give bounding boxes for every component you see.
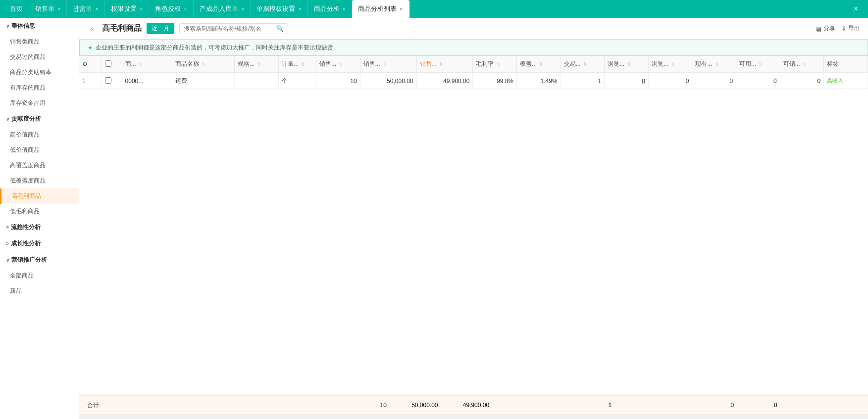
sidebar-group-trend[interactable]: > 流趋性分析 <box>0 219 79 235</box>
sidebar-group-growth[interactable]: > 成长性分析 <box>0 235 79 252</box>
sort-icon[interactable]: ⇅ <box>497 62 501 67</box>
nav-analysis[interactable]: 商品分析 × <box>308 0 352 18</box>
top-nav: 首页 销售单 × 进货单 × 权限设置 × 角色授权 × 产成品入库单 × 单据… <box>0 0 868 18</box>
collapse-sidebar-button[interactable]: « <box>87 24 97 34</box>
cell-unit: 个 <box>279 73 316 89</box>
sidebar-item-sales-goods[interactable]: 销售类商品 <box>0 34 79 49</box>
sort-icon[interactable]: ⇅ <box>257 62 261 67</box>
nav-role[interactable]: 角色授权 × <box>149 0 193 18</box>
sort-icon[interactable]: ⇅ <box>383 62 387 67</box>
horizontal-scrollbar[interactable] <box>79 414 868 419</box>
sidebar-item-traded-goods[interactable]: 交易过的商品 <box>0 49 79 65</box>
sidebar-item-high-value[interactable]: 高价值商品 <box>0 127 79 142</box>
col-header-saleable: 可销... ⇅ <box>780 56 824 73</box>
close-icon[interactable]: × <box>95 6 98 12</box>
col-header-tag: 标签 <box>824 56 868 73</box>
nav-template[interactable]: 单据模板设置 × <box>251 0 307 18</box>
sidebar-item-high-coverage[interactable]: 高覆盖度商品 <box>0 158 79 173</box>
nav-permission[interactable]: 权限设置 × <box>105 0 149 18</box>
sidebar-item-stocked-goods[interactable]: 有库存的商品 <box>0 80 79 95</box>
sort-icon[interactable]: ⇅ <box>339 62 343 67</box>
footer-sales-profit: 49,900.00 <box>442 402 494 409</box>
footer-values: 10 50,000.00 49,900.00 1 0 0 <box>110 402 860 409</box>
sort-icon[interactable]: ⇅ <box>539 62 543 67</box>
data-table: ⚙ 商... ⇅ 商品名称 ⇅ <box>79 56 868 89</box>
content-area: « 高毛利商品 近一月 🔍 ▦ 分享 ⇓ 导出 ✦ 企业的主要 <box>79 18 868 419</box>
footer-summary: 合计: 10 50,000.00 49,900.00 1 0 0 <box>79 395 868 414</box>
window-close-icon[interactable]: × <box>848 4 864 13</box>
chevron-down-icon: ∨ <box>6 257 9 263</box>
col-header-cover: 覆盖... ⇅ <box>517 56 561 73</box>
period-filter-button[interactable]: 近一月 <box>147 23 174 34</box>
sort-icon[interactable]: ⇅ <box>759 62 763 67</box>
sort-icon[interactable]: ⇅ <box>715 62 719 67</box>
header-actions: ▦ 分享 ⇓ 导出 <box>816 24 860 33</box>
close-icon[interactable]: × <box>57 6 60 12</box>
export-button[interactable]: ⇓ 导出 <box>841 24 860 33</box>
cell-sales-qty: 10 <box>316 73 360 89</box>
chevron-right-icon: > <box>6 241 9 246</box>
footer-sales-qty: 10 <box>347 402 391 409</box>
content-header: « 高毛利商品 近一月 🔍 ▦ 分享 ⇓ 导出 <box>79 18 868 40</box>
close-icon[interactable]: × <box>343 6 346 12</box>
share-icon: ▦ <box>816 25 821 32</box>
col-header-unit: 计量... ⇅ <box>279 56 316 73</box>
page-title: 高毛利商品 <box>102 23 142 34</box>
chevron-right-icon: > <box>6 225 9 230</box>
footer-label: 合计: <box>87 401 101 410</box>
chevron-down-icon: ∨ <box>6 116 9 122</box>
sort-icon[interactable]: ⇅ <box>139 62 143 67</box>
cell-view1: 0 <box>605 73 649 89</box>
cell-trade: 1 <box>561 73 605 89</box>
nav-inbound[interactable]: 产成品入库单 × <box>194 0 251 18</box>
sidebar-item-low-margin[interactable]: 低毛利商品 <box>0 204 79 219</box>
sidebar-group-contribution[interactable]: ∨ 贡献度分析 <box>0 111 79 127</box>
sort-icon[interactable]: ⇅ <box>583 62 587 67</box>
nav-sales[interactable]: 销售单 × <box>29 0 67 18</box>
cell-spec <box>235 73 279 89</box>
close-icon[interactable]: × <box>241 6 244 12</box>
sidebar-item-all-goods[interactable]: 全部商品 <box>0 268 79 283</box>
col-header-sales-qty: 销售... ⇅ <box>316 56 360 73</box>
nav-analysis-list[interactable]: 商品分析列表 × <box>352 0 409 18</box>
table-container[interactable]: ⚙ 商... ⇅ 商品名称 ⇅ <box>79 56 868 395</box>
search-input[interactable] <box>184 25 276 32</box>
cell-check[interactable] <box>102 73 122 89</box>
footer-stock2: 0 <box>738 402 781 409</box>
cell-cover: 1.49% <box>517 73 561 89</box>
settings-icon[interactable]: ⚙ <box>82 61 88 68</box>
sidebar-item-stock-capital[interactable]: 库存资金占用 <box>0 95 79 111</box>
sidebar-group-marketing[interactable]: ∨ 营销推广分析 <box>0 252 79 268</box>
select-all-checkbox[interactable] <box>105 60 111 67</box>
share-button[interactable]: ▦ 分享 <box>816 24 835 33</box>
sort-icon[interactable]: ⇅ <box>439 62 443 67</box>
close-icon[interactable]: × <box>400 6 403 12</box>
sidebar-item-high-margin[interactable]: 高毛利商品 <box>0 188 79 204</box>
sort-icon[interactable]: ⇅ <box>671 62 675 67</box>
cell-gross-margin: 99.8% <box>473 73 517 89</box>
cell-sales-profit: 49,900.00 <box>416 73 473 89</box>
sidebar-group-overall[interactable]: ∨ 整体信息 <box>0 18 79 34</box>
search-icon[interactable]: 🔍 <box>276 25 284 32</box>
col-header-num: ⚙ <box>79 56 102 73</box>
nav-purchase[interactable]: 进货单 × <box>67 0 104 18</box>
cell-view2: 0 <box>648 73 692 89</box>
sort-icon[interactable]: ⇅ <box>301 62 305 67</box>
sort-icon[interactable]: ⇅ <box>627 62 631 67</box>
col-header-view1: 浏览... ⇅ <box>605 56 649 73</box>
close-icon[interactable]: × <box>184 6 187 12</box>
sidebar-item-low-coverage[interactable]: 低覆盖度商品 <box>0 173 79 188</box>
sidebar-item-low-value[interactable]: 低价值商品 <box>0 142 79 158</box>
close-icon[interactable]: × <box>298 6 301 12</box>
close-icon[interactable]: × <box>140 6 143 12</box>
col-header-sales-profit: 销售... ⇅ <box>416 56 473 73</box>
sort-icon[interactable]: ⇅ <box>803 62 807 67</box>
notice-bar: ✦ 企业的主要的利润都是这部分商品创造的，可考虑加大推广，同时关注库存是不要出现… <box>79 40 868 56</box>
notice-text: 企业的主要的利润都是这部分商品创造的，可考虑加大推广，同时关注库存是不要出现缺货 <box>96 44 333 52</box>
nav-home[interactable]: 首页 <box>4 0 29 18</box>
sidebar-item-category-rate[interactable]: 商品分类助销率 <box>0 65 79 80</box>
sort-icon[interactable]: ⇅ <box>202 62 205 67</box>
col-header-name: 商品名称 ⇅ <box>172 56 235 73</box>
table-header-row: ⚙ 商... ⇅ 商品名称 ⇅ <box>79 56 868 73</box>
sidebar-item-new-goods[interactable]: 新品 <box>0 283 79 299</box>
